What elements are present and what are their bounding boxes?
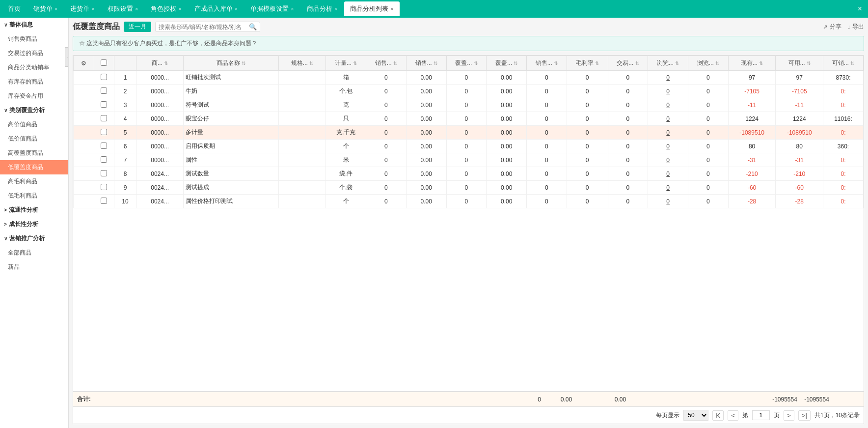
sidebar-item-high-coverage[interactable]: 高覆盖度商品 <box>0 146 68 160</box>
cell-checkbox[interactable] <box>94 181 114 195</box>
col-cov1[interactable]: 覆盖... ⇅ <box>446 56 487 71</box>
table-row: 1 0000... 旺铺批次测试 箱 0 0.00 0 0.00 0 0 0 0… <box>74 71 864 85</box>
cell-browse1[interactable]: 0 <box>648 112 688 126</box>
col-sellable[interactable]: 可销... ⇅ <box>823 56 864 71</box>
col-name[interactable]: 商品名称 ⇅ <box>184 56 278 71</box>
cell-available: -1089510 <box>776 126 823 140</box>
cell-checkbox[interactable] <box>94 167 114 181</box>
sidebar-item-capital-usage[interactable]: 库存资金占用 <box>0 89 68 103</box>
period-button[interactable]: 近一月 <box>124 22 151 32</box>
sidebar-item-traded-goods[interactable]: 交易过的商品 <box>0 46 68 60</box>
nav-tab-sales[interactable]: 销货单 × <box>27 1 63 16</box>
cell-browse1[interactable]: 0 <box>648 71 688 85</box>
cell-browse1[interactable]: 0 <box>648 181 688 195</box>
sidebar-section-category[interactable]: ∨ 类别覆盖分析 <box>0 103 68 117</box>
cell-checkbox[interactable] <box>94 71 114 85</box>
export-button[interactable]: ↓ 导出 <box>847 23 864 31</box>
cell-browse1[interactable]: 0 <box>648 98 688 112</box>
col-cov2[interactable]: 覆盖... ⇅ <box>487 56 527 71</box>
cell-unit: 个 <box>326 140 366 153</box>
sidebar-item-category-turnover[interactable]: 商品分类动销率 <box>0 60 68 75</box>
col-code[interactable]: 商... ⇅ <box>136 56 184 71</box>
select-all-checkbox[interactable] <box>101 59 107 66</box>
cell-browse2: 0 <box>688 140 729 153</box>
sidebar-item-low-coverage[interactable]: 低覆盖度商品 <box>0 160 68 174</box>
page-input[interactable] <box>752 410 770 420</box>
close-template-tab[interactable]: × <box>291 6 294 12</box>
nav-tab-purchase[interactable]: 进货单 × <box>64 1 100 16</box>
col-settings[interactable]: ⚙ <box>74 56 94 71</box>
table-row: 4 0000... 眼宝公仔 只 0 0.00 0 0.00 0 0 0 0 0… <box>74 112 864 126</box>
close-analysis-list-tab[interactable]: × <box>390 6 393 12</box>
cell-browse1[interactable]: 0 <box>648 153 688 167</box>
cell-checkbox[interactable] <box>94 126 114 140</box>
next-page-btn[interactable]: > <box>784 410 794 421</box>
cell-checkbox[interactable] <box>94 112 114 126</box>
col-gross[interactable]: 毛利率 ⇅ <box>567 56 608 71</box>
col-spec[interactable]: 规格... ⇅ <box>278 56 326 71</box>
sidebar-section-growth[interactable]: > 成长性分析 <box>0 217 68 231</box>
col-browse1[interactable]: 浏览... ⇅ <box>648 56 688 71</box>
sidebar-section-overall[interactable]: ∨ 整体信息 <box>0 18 68 32</box>
cell-browse1[interactable]: 0 <box>648 195 688 208</box>
prev-page-btn[interactable]: < <box>728 410 738 421</box>
col-sales3[interactable]: 销售... ⇅ <box>527 56 567 71</box>
col-current[interactable]: 现有... ⇅ <box>728 56 776 71</box>
close-purchase-tab[interactable]: × <box>91 6 94 12</box>
sidebar-collapse-btn[interactable]: « <box>65 47 69 67</box>
cell-browse1[interactable]: 0 <box>648 126 688 140</box>
sidebar-item-in-stock[interactable]: 有库存的商品 <box>0 75 68 89</box>
close-role-tab[interactable]: × <box>178 6 181 12</box>
search-input[interactable] <box>159 24 247 30</box>
search-icon[interactable]: 🔍 <box>249 23 257 30</box>
cell-checkbox[interactable] <box>94 195 114 208</box>
sidebar-item-high-margin[interactable]: 高毛利商品 <box>0 174 68 189</box>
cell-browse1[interactable]: 0 <box>648 140 688 153</box>
cell-browse1[interactable]: 0 <box>648 85 688 98</box>
col-sales-qty[interactable]: 销售... ⇅ <box>366 56 407 71</box>
header-actions: ↗ 分享 ↓ 导出 <box>823 23 864 31</box>
col-unit[interactable]: 计量... ⇅ <box>326 56 366 71</box>
close-sales-tab[interactable]: × <box>54 6 57 12</box>
sidebar-item-sales-goods[interactable]: 销售类商品 <box>0 32 68 46</box>
nav-tab-role[interactable]: 角色授权 × <box>145 1 187 16</box>
close-product-entry-tab[interactable]: × <box>235 6 238 12</box>
cell-no: 8 <box>114 167 136 181</box>
last-page-btn[interactable]: >| <box>798 410 811 421</box>
col-no[interactable] <box>114 56 136 71</box>
cell-checkbox[interactable] <box>94 153 114 167</box>
col-browse2[interactable]: 浏览... ⇅ <box>688 56 729 71</box>
nav-tab-product-entry[interactable]: 产成品入库单 × <box>189 1 244 16</box>
cell-sales-amt: 0.00 <box>406 98 446 112</box>
sidebar-item-low-margin[interactable]: 低毛利商品 <box>0 189 68 203</box>
sidebar-section-marketing[interactable]: ∨ 营销推广分析 <box>0 231 68 246</box>
sidebar-item-all-goods[interactable]: 全部商品 <box>0 246 68 260</box>
cell-code: 0000... <box>136 85 184 98</box>
close-analysis-tab[interactable]: × <box>334 6 337 12</box>
col-trans[interactable]: 交易... ⇅ <box>608 56 648 71</box>
nav-tab-template[interactable]: 单据模板设置 × <box>244 1 299 16</box>
cell-checkbox[interactable] <box>94 140 114 153</box>
close-all-tabs[interactable]: × <box>854 4 866 13</box>
col-available[interactable]: 可用... ⇅ <box>776 56 823 71</box>
nav-tab-analysis-list[interactable]: 商品分析列表 × <box>344 1 399 16</box>
sidebar-item-low-value[interactable]: 低价值商品 <box>0 132 68 146</box>
first-page-btn[interactable]: K <box>712 410 724 421</box>
sidebar-item-new-goods[interactable]: 新品 <box>0 260 68 274</box>
cell-checkbox[interactable] <box>94 85 114 98</box>
per-page-select[interactable]: 50 100 200 <box>683 410 708 421</box>
nav-tab-analysis[interactable]: 商品分析 × <box>301 1 343 16</box>
cell-browse1[interactable]: 0 <box>648 167 688 181</box>
sidebar-section-liquidity[interactable]: > 流通性分析 <box>0 203 68 217</box>
cell-name: 属性价格打印测试 <box>184 195 278 208</box>
nav-tab-home[interactable]: 首页 <box>2 1 27 16</box>
share-button[interactable]: ↗ 分享 <box>823 23 841 31</box>
sidebar-item-high-value[interactable]: 高价值商品 <box>0 117 68 132</box>
cell-checkbox[interactable] <box>94 98 114 112</box>
nav-tab-permission[interactable]: 权限设置 × <box>102 1 144 16</box>
col-sales-amt[interactable]: 销售... ⇅ <box>406 56 446 71</box>
cell-spec <box>278 126 326 140</box>
close-permission-tab[interactable]: × <box>135 6 138 12</box>
col-checkbox[interactable] <box>94 56 114 71</box>
cell-no: 2 <box>114 85 136 98</box>
